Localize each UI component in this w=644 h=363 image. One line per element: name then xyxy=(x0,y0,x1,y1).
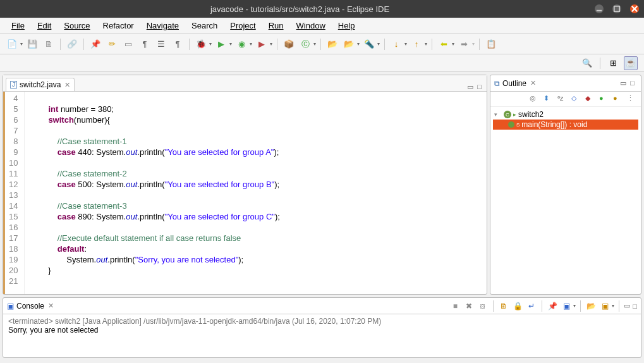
search-icon[interactable]: 🔍 xyxy=(580,56,594,70)
minimize-pane-icon[interactable]: ▭ xyxy=(467,83,473,91)
hide-fields-button[interactable]: ◇ xyxy=(571,94,581,104)
console-close-icon[interactable]: ✕ xyxy=(48,302,54,310)
menu-source[interactable]: Source xyxy=(59,19,95,32)
console-body[interactable]: <terminated> switch2 [Java Application] … xyxy=(3,314,641,357)
outline-max-icon[interactable]: □ xyxy=(630,79,635,87)
coverage-button[interactable]: ◉ xyxy=(234,37,248,51)
new-console-button[interactable]: ▣ xyxy=(599,300,611,312)
menu-file[interactable]: File xyxy=(6,19,30,32)
menu-window[interactable]: Window xyxy=(291,19,331,32)
coverage-dropdown-icon[interactable]: ▾ xyxy=(250,41,252,47)
menu-run[interactable]: Run xyxy=(264,19,289,32)
az-sort-button[interactable]: ᵃz xyxy=(557,94,568,104)
hide-static-button[interactable]: ◆ xyxy=(585,94,595,104)
mark-occurrences-button[interactable]: ¶ xyxy=(171,37,185,51)
link-editor-button[interactable]: 🔗 xyxy=(65,37,79,51)
new-button[interactable]: 📄 xyxy=(5,37,19,51)
console-icon: ▣ xyxy=(7,302,14,311)
pin-editor-button[interactable]: 📋 xyxy=(484,37,498,51)
menu-search[interactable]: Search xyxy=(186,19,222,32)
menu-help[interactable]: Help xyxy=(333,19,360,32)
console-header: ▣ Console ✕ ■ ✖ ⦻ 🗎 🔒 ↵ 📌 ▣▾ 📂 ▣▾ ▭ □ xyxy=(3,298,641,314)
minimize-button[interactable] xyxy=(595,4,604,13)
new-console-dd-icon[interactable]: ▾ xyxy=(612,303,614,309)
new-class-button[interactable]: Ⓒ xyxy=(298,37,312,51)
code-editor[interactable]: 456789101112131415161718192021 int numbe… xyxy=(3,92,487,294)
save-button[interactable]: 💾 xyxy=(25,37,39,51)
run-button[interactable]: ▶ xyxy=(214,37,228,51)
scroll-lock-button[interactable]: 🔒 xyxy=(512,300,523,312)
outline-min-icon[interactable]: ▭ xyxy=(620,79,626,87)
sort-button[interactable]: ⬍ xyxy=(544,94,554,104)
java-perspective-button[interactable]: ☕ xyxy=(624,56,638,70)
code-content[interactable]: int number = 380; switch(number){ //Case… xyxy=(25,92,487,294)
titlebar: javacode - tutorials/src/switch2.java - … xyxy=(0,0,644,18)
editor-tab[interactable]: 🄹 switch2.java ✕ xyxy=(6,78,75,91)
prev-dropdown-icon[interactable]: ▾ xyxy=(425,41,427,47)
focus-button[interactable]: ◎ xyxy=(530,94,540,104)
highlight-button[interactable]: ✏ xyxy=(105,37,119,51)
runnable-badge-icon: ▸ xyxy=(513,111,516,118)
tab-close-icon[interactable]: ✕ xyxy=(64,81,70,89)
close-button[interactable] xyxy=(630,4,639,13)
outline-tree[interactable]: ▾ C ▸ switch2 S main(String[]) : void xyxy=(490,107,641,294)
search-button[interactable]: 🔦 xyxy=(362,37,376,51)
fwd-dropdown-icon[interactable]: ▾ xyxy=(472,41,475,47)
terminate-button[interactable]: ■ xyxy=(449,300,461,312)
open-type-button[interactable]: 📂 xyxy=(325,37,339,51)
save-all-button[interactable]: 🗎 xyxy=(42,37,56,51)
main-area: 🄹 switch2.java ✕ ▭ □ 4567891011121314151… xyxy=(0,72,644,297)
console-min-icon[interactable]: ▭ xyxy=(624,302,630,310)
external-dropdown-icon[interactable]: ▾ xyxy=(270,41,272,47)
hide-local-button[interactable]: ● xyxy=(613,94,623,104)
run-dropdown-icon[interactable]: ▾ xyxy=(229,41,232,47)
open-task-button[interactable]: 📂 xyxy=(342,37,356,51)
editor-tab-bar: 🄹 switch2.java ✕ ▭ □ xyxy=(3,75,487,92)
search-dropdown-icon[interactable]: ▾ xyxy=(377,41,380,47)
tree-expander-icon[interactable]: ▾ xyxy=(494,111,502,118)
remove-all-button[interactable]: ⦻ xyxy=(477,300,489,312)
svg-rect-1 xyxy=(614,6,619,11)
outline-method-node[interactable]: S main(String[]) : void xyxy=(493,120,638,130)
console-max-icon[interactable]: □ xyxy=(633,302,637,310)
menu-project[interactable]: Project xyxy=(225,19,260,32)
external-run-button[interactable]: ▶ xyxy=(255,37,269,51)
pin-console-button[interactable]: 📌 xyxy=(547,300,558,312)
open-perspective-button[interactable]: ⊞ xyxy=(606,56,620,70)
back-dropdown-icon[interactable]: ▾ xyxy=(452,41,454,47)
outline-header: ⧉ Outline ✕ ▭ □ xyxy=(490,75,641,92)
toggle-breadcrumb-button[interactable]: ☰ xyxy=(154,37,168,51)
new-dropdown-icon[interactable]: ▾ xyxy=(20,41,23,47)
next-dropdown-icon[interactable]: ▾ xyxy=(404,41,407,47)
outline-close-icon[interactable]: ✕ xyxy=(530,79,536,87)
block-select-button[interactable]: ▭ xyxy=(121,37,135,51)
view-menu-icon[interactable]: ⋮ xyxy=(627,94,637,104)
prev-annotation-button[interactable]: ↑ xyxy=(410,37,423,51)
clear-console-button[interactable]: 🗎 xyxy=(498,300,509,312)
back-button[interactable]: ⬅ xyxy=(437,37,451,51)
maximize-button[interactable] xyxy=(612,4,621,13)
show-whitespace-button[interactable]: ¶ xyxy=(138,37,152,51)
pin-button[interactable]: 📌 xyxy=(88,37,102,51)
display-console-button[interactable]: ▣ xyxy=(561,300,572,312)
next-annotation-button[interactable]: ↓ xyxy=(389,37,403,51)
task-dropdown-icon[interactable]: ▾ xyxy=(357,41,360,47)
menu-edit[interactable]: Edit xyxy=(32,19,56,32)
debug-dropdown-icon[interactable]: ▾ xyxy=(209,41,212,47)
hide-nonpublic-button[interactable]: ● xyxy=(599,94,609,104)
static-badge-icon: S xyxy=(516,122,519,128)
word-wrap-button[interactable]: ↵ xyxy=(526,300,537,312)
maximize-pane-icon[interactable]: □ xyxy=(477,83,482,91)
new-package-button[interactable]: 📦 xyxy=(282,37,296,51)
remove-launch-button[interactable]: ✖ xyxy=(463,300,475,312)
display-dd-icon[interactable]: ▾ xyxy=(573,303,576,309)
menu-refactor[interactable]: Refactor xyxy=(98,19,139,32)
perspective-toolbar: 🔍 ⊞ ☕ xyxy=(0,54,644,72)
menu-navigate[interactable]: Navigate xyxy=(142,19,184,32)
outline-class-node[interactable]: ▾ C ▸ switch2 xyxy=(493,109,638,120)
debug-button[interactable]: 🐞 xyxy=(194,37,208,51)
class-dropdown-icon[interactable]: ▾ xyxy=(313,41,316,47)
window-controls xyxy=(595,4,639,13)
forward-button[interactable]: ➡ xyxy=(457,37,471,51)
open-console-button[interactable]: 📂 xyxy=(585,300,597,312)
